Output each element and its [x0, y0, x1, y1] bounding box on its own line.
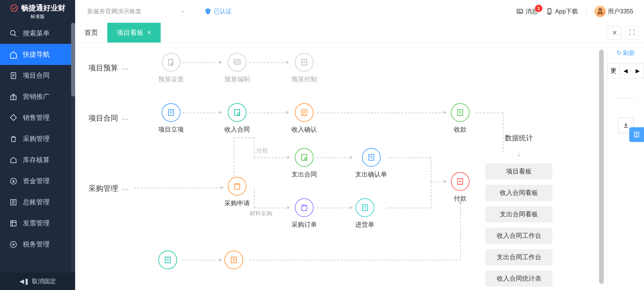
- side-more-text[interactable]: 更: [608, 63, 620, 78]
- stats-arrow-icon: ⇣: [516, 150, 522, 158]
- tab-project-board[interactable]: 项目看板 ✕: [107, 23, 161, 43]
- svg-rect-9: [11, 221, 16, 226]
- stat-button-0[interactable]: 项目看板: [485, 163, 552, 179]
- house-icon: [9, 156, 17, 164]
- section-purchase: 采购管理: [89, 184, 128, 194]
- sidebar-item-tax[interactable]: 税务管理: [0, 234, 75, 255]
- node-bottom-1[interactable]: [158, 250, 177, 269]
- svg-rect-20: [234, 184, 239, 189]
- close-all-tabs-button[interactable]: ✕: [608, 26, 621, 40]
- node-income-contract[interactable]: 收入合同: [224, 103, 250, 134]
- section-title-budget: 项目预算: [89, 64, 118, 72]
- shield-icon: [204, 8, 212, 15]
- section-title-purchase: 采购管理: [89, 184, 118, 193]
- side-pager: 更 ◀ ▶: [607, 63, 644, 78]
- tab-close-icon[interactable]: ✕: [147, 29, 151, 36]
- app-download-button[interactable]: App下载: [546, 7, 578, 15]
- main-scrollbar-thumb[interactable]: [599, 50, 604, 284]
- sidebar-item-inventory[interactable]: 库存核算: [0, 149, 75, 170]
- stat-button-label: 收入合同看板: [500, 189, 538, 197]
- node-purchase-request[interactable]: 采购申请: [224, 177, 250, 208]
- svg-rect-24: [302, 206, 307, 211]
- stat-button-3[interactable]: 收入合同工作台: [485, 228, 552, 244]
- sidebar-item-sales[interactable]: 销售管理: [0, 107, 75, 128]
- sidebar-item-label: 资金管理: [23, 176, 50, 186]
- doc-icon: [229, 256, 238, 264]
- messages-button[interactable]: 消息 1: [516, 7, 538, 15]
- node-label: 采购订单: [291, 220, 317, 229]
- tab-label: 首页: [85, 28, 98, 37]
- node-label: 收款: [454, 125, 467, 134]
- avatar-icon: 🧸: [594, 6, 606, 17]
- certified-badge[interactable]: 已认证: [204, 7, 232, 15]
- refresh-button[interactable]: ↻ 刷新: [616, 49, 635, 57]
- side-panel: ↻ 刷新 更 ◀ ▶: [607, 43, 644, 290]
- sidebar-item-label: 总账管理: [23, 198, 50, 207]
- order-icon: [300, 203, 309, 212]
- side-next-button[interactable]: ▶: [632, 64, 644, 78]
- node-bottom-2[interactable]: [224, 250, 243, 269]
- expense-contract-icon: [300, 153, 309, 162]
- node-label: 采购申请: [224, 199, 250, 208]
- stat-button-1[interactable]: 收入合同看板: [485, 185, 552, 201]
- stat-button-label: 收入合同统计表: [497, 274, 541, 283]
- app-download-label: App下载: [555, 7, 578, 15]
- confirm-icon: [300, 108, 309, 117]
- main-scrollbar-track[interactable]: [599, 50, 604, 290]
- sidebar: 搜索菜单 快捷导航 项目合同 营销推广 销售管理 采购管理 库存核算 资金管理: [0, 23, 75, 290]
- fullscreen-button[interactable]: ⛶: [625, 26, 639, 40]
- sidebar-item-ledger[interactable]: 总账管理: [0, 192, 75, 213]
- sublabel-subcontract: 分包: [256, 147, 268, 154]
- floating-action-button[interactable]: [629, 127, 644, 142]
- gift-icon: [9, 93, 17, 101]
- node-project-init[interactable]: 项目立项: [158, 103, 184, 134]
- tab-label: 项目看板: [117, 28, 144, 37]
- node-label: 预算编制: [224, 75, 250, 84]
- node-budget-control[interactable]: 预算控制: [291, 53, 317, 84]
- node-label: 进货单: [355, 220, 374, 229]
- node-purchase-order[interactable]: 采购订单: [291, 198, 317, 229]
- node-budget-setup[interactable]: 预算设置: [158, 53, 184, 84]
- account-selector[interactable]: 新服务官网演示账套 ▾: [87, 7, 184, 15]
- sidebar-item-search[interactable]: 搜索菜单: [0, 23, 75, 44]
- unpin-button[interactable]: ◀❚ 取消固定: [0, 273, 75, 290]
- node-budget-compile[interactable]: 预算编制: [224, 53, 250, 84]
- sidebar-item-purchase[interactable]: 采购管理: [0, 128, 75, 149]
- node-payment[interactable]: 付款: [451, 172, 470, 203]
- stat-button-4[interactable]: 支出合同工作台: [485, 249, 552, 265]
- node-expense-confirm[interactable]: 支出确认单: [355, 148, 387, 179]
- tab-home[interactable]: 首页: [75, 23, 107, 43]
- sidebar-item-marketing[interactable]: 营销推广: [0, 86, 75, 107]
- node-receipt[interactable]: 收款: [451, 103, 470, 134]
- node-income-confirm[interactable]: 收入确认: [291, 103, 317, 134]
- refresh-label: 刷新: [623, 49, 635, 57]
- sidebar-scrollbar-thumb[interactable]: [71, 23, 75, 96]
- payment-icon: [456, 177, 465, 186]
- sidebar-scrollbar-track[interactable]: [71, 23, 75, 273]
- sidebar-item-funds[interactable]: 资金管理: [0, 170, 75, 192]
- download-icon: [623, 122, 629, 129]
- sidebar-item-label: 快捷导航: [23, 50, 50, 59]
- side-prev-button[interactable]: ◀: [620, 64, 632, 78]
- refresh-icon: ↻: [616, 49, 622, 57]
- node-label: 预算设置: [158, 75, 184, 84]
- stat-button-2[interactable]: 支出合同看板: [485, 206, 552, 222]
- phone-icon: [546, 8, 553, 15]
- node-goods-receipt[interactable]: 进货单: [355, 198, 374, 229]
- node-expense-contract[interactable]: 支出合同: [291, 148, 317, 179]
- stat-button-5[interactable]: 收入合同统计表: [485, 271, 552, 287]
- node-label: 支出确认单: [355, 170, 387, 179]
- top-header: 畅捷通好业财 标准版 新服务官网演示账套 ▾ 已认证 消息 1 App下载 🧸 …: [0, 0, 644, 23]
- sidebar-item-invoice[interactable]: 发票管理: [0, 213, 75, 234]
- svg-point-17: [237, 113, 240, 115]
- stats-panel: 数据统计 ⇣ 项目看板 收入合同看板 支出合同看板 收入合同工作台 支出合同工作…: [484, 133, 554, 287]
- node-label: 收入确认: [291, 125, 317, 134]
- stat-button-label: 支出合同工作台: [497, 253, 541, 262]
- sidebar-item-quicknav[interactable]: 快捷导航: [0, 44, 75, 65]
- sidebar-item-label: 税务管理: [23, 240, 50, 249]
- user-menu[interactable]: 🧸 用户3355: [594, 6, 633, 17]
- sidebar-item-label: 采购管理: [23, 134, 50, 143]
- node-label: 项目立项: [158, 125, 184, 134]
- stat-button-label: 项目看板: [506, 167, 532, 176]
- sidebar-item-project-contract[interactable]: 项目合同: [0, 65, 75, 86]
